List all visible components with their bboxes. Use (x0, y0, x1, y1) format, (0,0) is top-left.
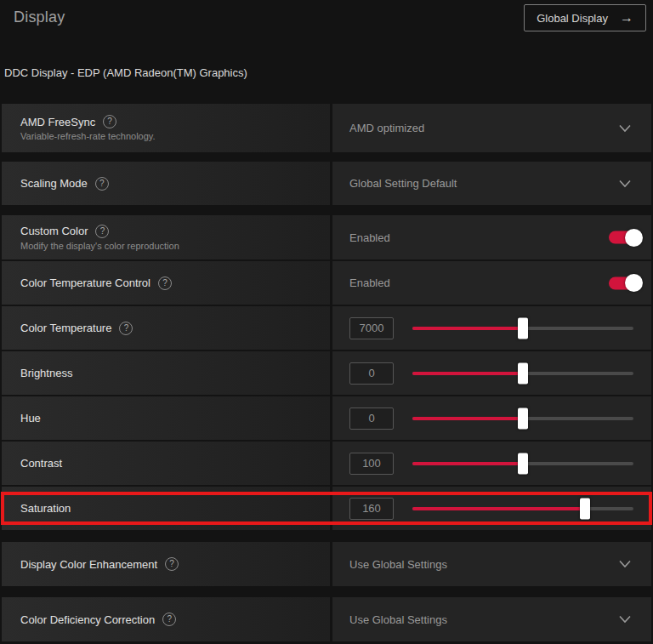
global-display-button[interactable]: Global Display → (524, 4, 646, 31)
color-temperature-control-toggle[interactable] (609, 276, 641, 289)
row-display-color-enhancement: Display Color Enhancement ? Use Global S… (2, 542, 651, 586)
brightness-input[interactable] (349, 362, 394, 385)
dropdown-value: Use Global Settings (349, 613, 447, 626)
chevron-down-icon (619, 124, 631, 132)
saturation-control-area (332, 487, 651, 530)
dropdown-value: Global Setting Default (349, 177, 457, 190)
row-description: Variable-refresh-rate technology. (20, 131, 330, 141)
row-display-color-enhancement-label-cell: Display Color Enhancement ? (2, 542, 330, 586)
hue-input[interactable] (349, 407, 394, 430)
row-hue-label-cell: Hue (2, 396, 330, 440)
slider-knob[interactable] (518, 407, 528, 429)
slider-fill (412, 417, 523, 420)
color-temperature-input[interactable] (349, 317, 394, 339)
row-scaling-mode-label-cell: Scaling Mode ? (2, 162, 330, 205)
custom-color-toggle[interactable] (609, 231, 641, 244)
dropdown-value: Use Global Settings (349, 558, 447, 571)
display-color-enhancement-dropdown[interactable]: Use Global Settings (332, 542, 651, 586)
custom-color-control-cell: Enabled (332, 215, 651, 259)
page-title: Display (14, 9, 65, 26)
row-color-temperature-control-label-cell: Color Temperature Control ? (2, 261, 330, 305)
row-label: Color Temperature Control (20, 276, 150, 289)
slider-fill (412, 462, 523, 465)
saturation-slider[interactable] (412, 498, 633, 520)
color-temperature-slider[interactable] (412, 317, 633, 339)
help-icon[interactable]: ? (162, 613, 176, 626)
settings-list: AMD FreeSync ? Variable-refresh-rate tec… (2, 104, 651, 641)
toggle-state-label: Enabled (349, 276, 390, 289)
row-contrast-label-cell: Contrast (2, 442, 330, 485)
chevron-down-icon (619, 180, 631, 187)
contrast-input[interactable] (349, 453, 394, 475)
global-display-button-label: Global Display (537, 12, 608, 25)
toggle-knob (625, 274, 643, 292)
dropdown-value: AMD optimized (349, 122, 424, 134)
row-amd-freesync-label-cell: AMD FreeSync ? Variable-refresh-rate tec… (2, 104, 330, 152)
display-device-subtitle: DDC Display - EDP (AMD Radeon(TM) Graphi… (4, 66, 247, 79)
row-label: Saturation (20, 502, 71, 515)
slider-knob[interactable] (518, 362, 528, 384)
row-label: Contrast (20, 457, 62, 470)
arrow-right-icon: → (620, 10, 633, 26)
row-color-temperature: Color Temperature ? (2, 306, 651, 350)
row-label: Color Temperature (20, 322, 111, 334)
row-label: Hue (20, 412, 41, 425)
row-brightness: Brightness (2, 351, 651, 395)
hue-slider[interactable] (412, 407, 633, 430)
row-custom-color-label-cell: Custom Color ? Modify the display's colo… (2, 215, 330, 259)
slider-fill (412, 507, 585, 510)
row-label: Custom Color (20, 225, 88, 237)
color-temperature-control-cell: Enabled (332, 261, 651, 305)
slider-knob[interactable] (518, 453, 528, 474)
row-custom-color: Custom Color ? Modify the display's colo… (2, 215, 651, 259)
brightness-control-area (332, 351, 651, 395)
row-label: Color Deficiency Correction (20, 613, 155, 626)
hue-control-area (332, 396, 651, 440)
row-color-temperature-label-cell: Color Temperature ? (2, 306, 330, 350)
row-label: Brightness (20, 367, 72, 379)
row-description: Modify the display's color reproduction (20, 241, 330, 251)
help-icon[interactable]: ? (95, 225, 109, 238)
color-temperature-control-area (332, 306, 651, 350)
chevron-down-icon (619, 561, 631, 568)
help-icon[interactable]: ? (165, 557, 179, 571)
slider-knob[interactable] (518, 317, 528, 339)
row-label: AMD FreeSync (20, 116, 95, 128)
amd-freesync-dropdown[interactable]: AMD optimized (332, 104, 651, 152)
help-icon[interactable]: ? (103, 115, 116, 128)
slider-knob[interactable] (580, 498, 590, 519)
help-icon[interactable]: ? (158, 276, 172, 290)
row-hue: Hue (2, 396, 651, 440)
slider-fill (412, 327, 523, 330)
scaling-mode-dropdown[interactable]: Global Setting Default (332, 162, 651, 205)
help-icon[interactable]: ? (119, 322, 133, 335)
toggle-knob (625, 229, 643, 247)
color-deficiency-correction-dropdown[interactable]: Use Global Settings (332, 597, 651, 641)
row-contrast: Contrast (2, 442, 651, 485)
row-saturation: Saturation (2, 487, 651, 530)
row-label: Display Color Enhancement (20, 558, 157, 571)
toggle-state-label: Enabled (349, 231, 390, 244)
help-icon[interactable]: ? (95, 177, 109, 191)
saturation-input[interactable] (349, 498, 394, 520)
slider-fill (412, 372, 523, 375)
row-brightness-label-cell: Brightness (2, 351, 330, 395)
chevron-down-icon (619, 616, 631, 624)
row-amd-freesync: AMD FreeSync ? Variable-refresh-rate tec… (2, 104, 651, 152)
row-color-temperature-control: Color Temperature Control ? Enabled (2, 261, 651, 305)
row-scaling-mode: Scaling Mode ? Global Setting Default (2, 162, 651, 205)
contrast-slider[interactable] (412, 453, 633, 475)
row-color-deficiency-correction-label-cell: Color Deficiency Correction ? (2, 597, 330, 641)
row-label: Scaling Mode (20, 177, 88, 190)
brightness-slider[interactable] (412, 362, 633, 385)
row-saturation-label-cell: Saturation (2, 487, 330, 530)
row-color-deficiency-correction: Color Deficiency Correction ? Use Global… (2, 597, 651, 641)
contrast-control-area (332, 442, 651, 485)
